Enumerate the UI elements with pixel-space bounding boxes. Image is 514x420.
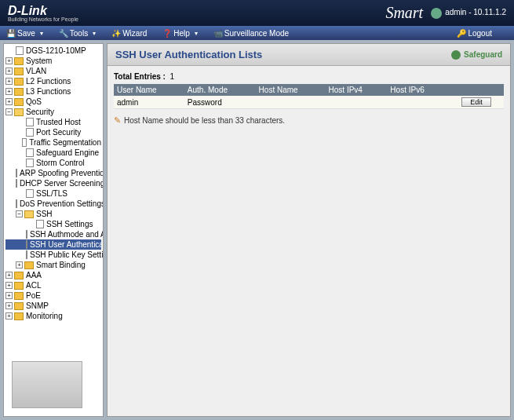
tree-sshset[interactable]: SSH Settings xyxy=(5,219,101,229)
chevron-down-icon: ▾ xyxy=(40,30,43,37)
expand-icon[interactable]: + xyxy=(5,302,13,309)
surveillance-button[interactable]: 📹Surveillance Mode xyxy=(213,29,289,38)
page-icon xyxy=(26,230,27,239)
cell-host xyxy=(256,96,326,109)
expand-icon[interactable]: + xyxy=(5,272,13,279)
tree-monitoring[interactable]: +Monitoring xyxy=(5,311,101,321)
folder-icon xyxy=(14,88,24,96)
content: SSH User Authentication Lists Safeguard … xyxy=(107,43,511,417)
camera-icon: 📹 xyxy=(213,29,221,37)
folder-icon xyxy=(14,98,24,106)
expand-icon[interactable]: + xyxy=(5,78,13,85)
wizard-button[interactable]: ✨Wizard xyxy=(111,29,147,38)
tools-label: Tools xyxy=(70,29,88,38)
cell-auth: Password xyxy=(184,96,256,109)
cell-ipv4 xyxy=(326,96,388,109)
folder-icon xyxy=(14,292,24,300)
expand-icon[interactable]: + xyxy=(5,68,13,75)
expand-icon[interactable]: + xyxy=(5,282,13,289)
tree-snmp[interactable]: +SNMP xyxy=(5,301,101,311)
note: ✎Host Name should be less than 33 charac… xyxy=(114,115,504,126)
tree-device[interactable]: DGS-1210-10MP xyxy=(5,46,101,56)
page-icon xyxy=(26,148,34,157)
tree-security[interactable]: −Security xyxy=(5,107,101,117)
tree-l2[interactable]: +L2 Functions xyxy=(5,76,101,86)
expand-icon[interactable]: + xyxy=(5,312,13,320)
tree-ssh[interactable]: −SSH xyxy=(5,209,101,219)
tree-l3[interactable]: +L3 Functions xyxy=(5,86,101,97)
tree-ssl[interactable]: SSL/TLS xyxy=(5,188,101,199)
page-icon xyxy=(16,199,17,208)
folder-open-icon xyxy=(24,210,34,218)
folder-icon xyxy=(14,272,24,279)
col-action xyxy=(449,84,504,96)
help-icon: ❓ xyxy=(162,29,170,37)
user-text: admin - 10.11.1.2 xyxy=(445,8,506,16)
expand-icon[interactable]: + xyxy=(5,292,13,299)
tree-traffic[interactable]: Traffic Segmentation xyxy=(5,137,101,148)
tree-dos[interactable]: DoS Prevention Settings xyxy=(5,199,101,209)
tree-arp[interactable]: ARP Spoofing Prevention xyxy=(5,168,101,178)
tree-qos[interactable]: +QoS xyxy=(5,97,101,107)
tree-storm[interactable]: Storm Control xyxy=(5,158,101,168)
tools-menu[interactable]: 🔧Tools▾ xyxy=(59,29,96,38)
page-icon xyxy=(26,118,34,126)
collapse-icon[interactable]: − xyxy=(16,210,23,217)
wizard-icon: ✨ xyxy=(111,29,119,37)
folder-icon xyxy=(24,261,34,269)
tree-sshuser[interactable]: SSH User Authentication Lists xyxy=(5,239,101,250)
table-header-row: User Name Auth. Mode Host Name Host IPv4… xyxy=(114,84,504,96)
avatar-icon xyxy=(431,8,442,19)
page-icon xyxy=(16,179,17,188)
page-icon xyxy=(26,128,34,137)
tree-aaa[interactable]: +AAA xyxy=(5,270,101,280)
expand-icon[interactable]: + xyxy=(5,57,13,64)
col-user: User Name xyxy=(114,84,184,96)
collapse-icon[interactable]: − xyxy=(5,108,13,115)
logo-block: D-Link Building Networks for People xyxy=(8,4,78,22)
main: DGS-1210-10MP +System +VLAN +L2 Function… xyxy=(0,40,514,420)
folder-icon xyxy=(14,312,24,320)
tree-acl[interactable]: +ACL xyxy=(5,280,101,290)
save-menu[interactable]: 💾Save▾ xyxy=(6,29,43,38)
panel: SSH User Authentication Lists Safeguard … xyxy=(107,43,511,417)
folder-icon xyxy=(14,302,24,310)
note-text: Host Name should be less than 33 charact… xyxy=(124,116,285,125)
tree-system[interactable]: +System xyxy=(5,56,101,66)
page-icon xyxy=(26,240,27,249)
edit-button[interactable]: Edit xyxy=(461,97,491,107)
tagline: Building Networks for People xyxy=(8,16,78,22)
expand-icon[interactable]: + xyxy=(16,261,23,268)
folder-icon xyxy=(14,78,24,86)
page-icon xyxy=(26,250,27,259)
col-ipv4: Host IPv4 xyxy=(326,84,388,96)
col-ipv6: Host IPv6 xyxy=(387,84,449,96)
tree-smartbind[interactable]: +Smart Binding xyxy=(5,260,101,270)
safeguard-badge: Safeguard xyxy=(451,50,502,60)
folder-icon xyxy=(14,282,24,290)
tree-vlan[interactable]: +VLAN xyxy=(5,66,101,76)
tree-poe[interactable]: +PoE xyxy=(5,290,101,301)
save-icon: 💾 xyxy=(6,29,14,37)
expand-icon[interactable]: + xyxy=(5,88,13,95)
logout-button[interactable]: 🔑Logout xyxy=(457,29,492,38)
tree-safeguard[interactable]: Safeguard Engine xyxy=(5,148,101,158)
smart-label: Smart xyxy=(385,4,423,22)
logout-icon: 🔑 xyxy=(457,29,465,37)
tree-portsec[interactable]: Port Security xyxy=(5,127,101,137)
expand-icon[interactable]: + xyxy=(5,98,13,105)
nav-tree: DGS-1210-10MP +System +VLAN +L2 Function… xyxy=(4,44,103,323)
page-icon xyxy=(16,169,17,177)
table-row: admin Password Edit xyxy=(114,96,504,109)
tree-sshpub[interactable]: SSH Public Key Settings xyxy=(5,250,101,260)
page-icon xyxy=(26,189,34,198)
tree-trusted[interactable]: Trusted Host xyxy=(5,117,101,127)
help-menu[interactable]: ❓Help▾ xyxy=(162,29,198,38)
surveillance-label: Surveillance Mode xyxy=(224,29,289,38)
tree-sshauth[interactable]: SSH Authmode and Algorithm Settings xyxy=(5,229,101,239)
tree-dhcp[interactable]: DHCP Server Screening xyxy=(5,178,101,188)
cell-action: Edit xyxy=(449,96,504,109)
help-label: Help xyxy=(173,29,190,38)
cell-ipv6 xyxy=(387,96,449,109)
folder-icon xyxy=(14,57,24,65)
